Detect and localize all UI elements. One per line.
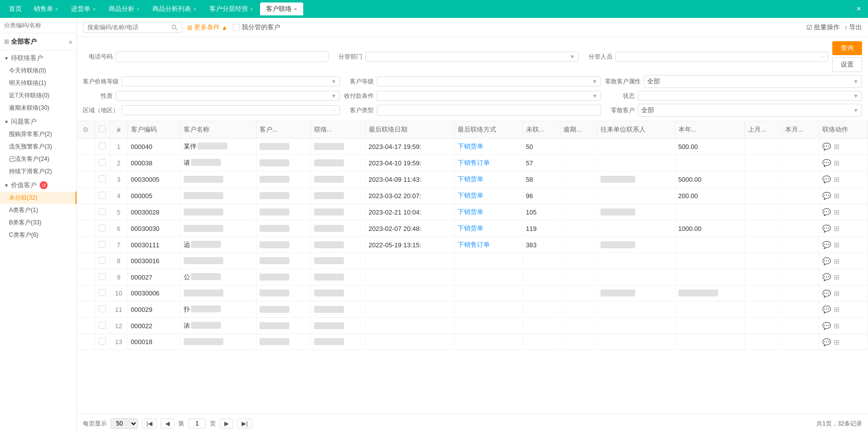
sidebar-item-tomorrow[interactable]: 明天待联络(1): [0, 77, 76, 89]
row-checkbox-input[interactable]: [99, 224, 106, 231]
phone-input[interactable]: [116, 51, 329, 62]
price-level-select[interactable]: ▼: [122, 76, 340, 86]
row-checkbox-input[interactable]: [99, 305, 106, 312]
contact-method-link[interactable]: 下销货单: [458, 208, 483, 216]
message-icon[interactable]: 💬: [822, 338, 831, 346]
sidebar-item-today[interactable]: 今天待联络(0): [0, 65, 76, 77]
message-icon[interactable]: 💬: [822, 159, 831, 167]
row-checkbox-input[interactable]: [99, 208, 106, 215]
per-page-select[interactable]: 50 100: [111, 418, 138, 429]
row-checkbox-input[interactable]: [99, 322, 106, 329]
message-icon[interactable]: 💬: [822, 273, 831, 281]
row-checkbox-input[interactable]: [99, 175, 106, 182]
manager-input[interactable]: ···: [615, 52, 828, 62]
contact-method-link[interactable]: 下销货单: [458, 224, 483, 232]
grid-action-icon[interactable]: ⊞: [834, 208, 840, 216]
contact-method-link[interactable]: 下销售订单: [458, 241, 490, 248]
nature-select[interactable]: ▼: [116, 91, 340, 101]
grid-action-icon[interactable]: ⊞: [834, 192, 840, 200]
grid-action-icon[interactable]: ⊞: [834, 175, 840, 183]
page-input[interactable]: [188, 419, 206, 429]
sidebar-item-declining[interactable]: 持续下滑客户(2): [0, 165, 76, 178]
sidebar-item-overdue[interactable]: 逾期未联络(30): [0, 102, 76, 114]
close-icon[interactable]: ×: [55, 6, 58, 12]
all-customers-item[interactable]: ⊞ 全部客户 «: [0, 33, 76, 51]
message-icon[interactable]: 💬: [822, 143, 831, 150]
message-icon[interactable]: 💬: [822, 224, 831, 232]
sidebar-search-input[interactable]: [4, 22, 77, 29]
grid-action-icon[interactable]: ⊞: [834, 143, 840, 150]
gear-icon[interactable]: ⚙: [82, 126, 89, 134]
row-checkbox-input[interactable]: [99, 338, 106, 345]
row-checkbox-input[interactable]: [99, 159, 106, 166]
retail-attr-select[interactable]: 全部 ▼: [644, 75, 862, 88]
sidebar-item-class-b[interactable]: B类客户(33): [0, 216, 76, 229]
collapse-icon[interactable]: «: [68, 38, 72, 46]
grid-action-icon[interactable]: ⊞: [834, 273, 840, 281]
contact-method-link[interactable]: 下销货单: [458, 143, 483, 150]
contact-method-link[interactable]: 下销货单: [458, 175, 483, 183]
grid-action-icon[interactable]: ⊞: [834, 322, 840, 330]
close-icon[interactable]: ×: [250, 6, 253, 12]
nav-tab-analysis[interactable]: 商品分析 ×: [103, 2, 145, 15]
prev-page-button[interactable]: ◀: [161, 419, 174, 429]
row-checkbox-input[interactable]: [99, 273, 106, 280]
batch-op-button[interactable]: ☑ 批量操作: [806, 23, 840, 32]
close-all-tabs-button[interactable]: ×: [854, 4, 864, 13]
row-checkbox-input[interactable]: [99, 289, 106, 296]
more-conditions-button[interactable]: ⊞ 更多条件 ▲: [187, 23, 228, 32]
sidebar-item-churn-warning[interactable]: 流失预警客户(3): [0, 141, 76, 153]
nav-tab-customer-layer[interactable]: 客户分层经营 ×: [203, 2, 259, 15]
my-customers-checkbox[interactable]: 我分管的客户: [233, 23, 280, 32]
checkbox-icon[interactable]: [233, 24, 240, 31]
sidebar-item-ungrouped[interactable]: 未分组(32): [0, 192, 76, 204]
dept-select[interactable]: ▼: [365, 52, 578, 62]
status-select[interactable]: ▼: [638, 91, 862, 101]
contact-method-link[interactable]: 下销货单: [458, 192, 483, 199]
message-icon[interactable]: 💬: [822, 241, 831, 249]
row-checkbox-input[interactable]: [99, 192, 106, 199]
sidebar-item-class-c[interactable]: C类客户(6): [0, 229, 76, 241]
message-icon[interactable]: 💬: [822, 208, 831, 216]
message-icon[interactable]: 💬: [822, 257, 831, 265]
message-icon[interactable]: 💬: [822, 192, 831, 200]
message-icon[interactable]: 💬: [822, 175, 831, 183]
grid-action-icon[interactable]: ⊞: [834, 241, 840, 249]
sidebar-item-hoarding[interactable]: 囤购异常客户(2): [0, 128, 76, 141]
nav-tab-purchase[interactable]: 进货单 ×: [65, 2, 101, 15]
close-icon[interactable]: ×: [92, 6, 95, 12]
region-input[interactable]: ···: [122, 105, 340, 115]
close-icon[interactable]: ×: [136, 6, 139, 12]
select-all-checkbox[interactable]: [99, 126, 106, 133]
grid-action-icon[interactable]: ⊞: [834, 289, 840, 297]
next-page-button[interactable]: ▶: [220, 419, 233, 429]
row-checkbox-input[interactable]: [99, 241, 106, 248]
message-icon[interactable]: 💬: [822, 305, 831, 313]
sidebar-item-class-a[interactable]: A类客户(1): [0, 204, 76, 216]
contact-method-link[interactable]: 下销售订单: [458, 159, 490, 166]
row-checkbox-input[interactable]: [99, 143, 106, 149]
message-icon[interactable]: 💬: [822, 289, 831, 297]
last-page-button[interactable]: ▶|: [237, 419, 252, 429]
nav-home[interactable]: 首页: [4, 2, 27, 15]
payment-select[interactable]: ▼: [377, 91, 601, 101]
grid-action-icon[interactable]: ⊞: [834, 159, 840, 167]
customer-type-input[interactable]: [377, 105, 601, 116]
nav-tab-customer-contact[interactable]: 客户联络 ×: [260, 2, 303, 15]
grid-action-icon[interactable]: ⊞: [834, 257, 840, 265]
sidebar-item-churned[interactable]: 已流失客户(24): [0, 153, 76, 165]
retail-select[interactable]: 全部 ▼: [638, 104, 862, 117]
first-page-button[interactable]: |◀: [142, 419, 157, 429]
grid-action-icon[interactable]: ⊞: [834, 224, 840, 232]
nav-tab-analysis-list[interactable]: 商品分析列表 ×: [146, 2, 202, 15]
message-icon[interactable]: 💬: [822, 322, 831, 330]
nav-tab-sales[interactable]: 销售单 ×: [28, 2, 64, 15]
query-button[interactable]: 查询: [832, 41, 862, 55]
close-icon[interactable]: ×: [193, 6, 196, 12]
main-search-input[interactable]: [87, 24, 169, 31]
close-icon[interactable]: ×: [294, 6, 297, 12]
grid-action-icon[interactable]: ⊞: [834, 305, 840, 313]
reset-button[interactable]: 设置: [832, 57, 862, 72]
export-button[interactable]: ↑ 导出: [845, 23, 863, 32]
row-checkbox-input[interactable]: [99, 257, 106, 264]
